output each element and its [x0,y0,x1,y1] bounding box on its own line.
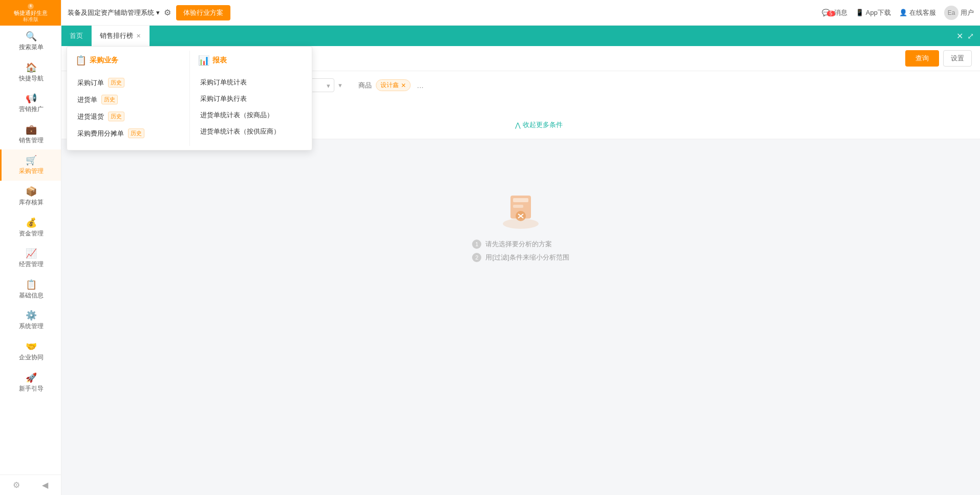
dropdown-item-进货退货[interactable]: 进货退货历史 [75,108,181,125]
topbar: 装备及固定资产辅助管理系统 ▾ ⚙ 体验行业方案 💬 5 消息 📱 App下载 … [61,0,980,26]
goods-label: 商品 [358,81,372,90]
user-avatar: Ea [944,6,958,20]
industry-btn[interactable]: 体验行业方案 [176,5,230,20]
history-tag: 历史 [128,128,144,138]
empty-tip-1: 1 请先选择要分析的方案 [472,240,569,249]
topbar-settings-icon[interactable]: ⚙ [164,8,171,17]
sidebar-item-marketing[interactable]: 📢 营销推广 [0,88,61,119]
user-item[interactable]: Ea 用户 [944,6,974,20]
dropdown-header-report: 📊 报表 [198,55,304,68]
empty-state: 1 请先选择要分析的方案 2 用[过滤]条件来缩小分析范围 [67,144,975,303]
sidebar-icon-purchase: 🛒 [26,155,37,166]
service-icon: 👤 [899,9,907,16]
collapse-sidebar-icon[interactable]: ◀ [42,480,48,490]
message-badge: 5 [827,11,835,16]
sidebar-item-finance[interactable]: 💰 资金管理 [0,212,61,243]
sidebar-icon-search: 🔍 [26,31,37,42]
system-title-text: 装备及固定资产辅助管理系统 [68,8,154,17]
sidebar-item-search[interactable]: 🔍 搜索菜单 [0,26,61,57]
dropdown-col-report: 📊 报表 采购订单统计表采购订单执行表进货单统计表（按商品）进货单统计表（按供应… [189,51,312,146]
online-service-label: 在线客服 [909,8,936,17]
sidebar-label-system: 系统管理 [19,322,44,331]
sidebar-icon-sales: 💼 [26,124,37,135]
content-bg: 1 请先选择要分析的方案 2 用[过滤]条件来缩小分析范围 [61,139,980,495]
goods-tag-remove[interactable]: ✕ [401,82,406,89]
empty-tips: 1 请先选择要分析的方案 2 用[过滤]条件来缩小分析范围 [472,240,569,262]
tab-home-label: 首页 [70,31,83,40]
sidebar-item-purchase[interactable]: 🛒 采购管理 [0,149,61,181]
dropdown-item-进货单[interactable]: 进货单历史 [75,91,181,108]
tab-home[interactable]: 首页 [61,26,92,46]
history-tag: 历史 [108,78,124,88]
dropdown-item-进货单统计表（按商品）[interactable]: 进货单统计表（按商品） [198,107,304,123]
collapse-icon: ⋀ [515,121,521,129]
sidebar-item-inventory[interactable]: 📦 库存核算 [0,181,61,212]
dropdown-col-purchase: 📋 采购业务 采购订单历史进货单历史进货退货历史采购费用分摊单历史 [67,51,189,146]
dropdown-item-label: 进货单统计表（按商品） [200,111,273,120]
tab-sales-rank[interactable]: 销售排行榜 ✕ [92,26,150,46]
message-item[interactable]: 💬 5 消息 [822,8,847,17]
dropdown-item-采购费用分摊单[interactable]: 采购费用分摊单历史 [75,125,181,142]
report-header-label: 报表 [212,56,227,65]
sidebar-item-basic[interactable]: 📋 基础信息 [0,274,61,305]
sidebar-icon-quicknav: 🏠 [26,62,37,73]
tab-close-icon[interactable]: ✕ [136,33,141,39]
user-label: 用户 [961,8,974,17]
maximize-window-icon[interactable]: ⤢ [967,31,974,41]
sidebar-label-finance: 资金管理 [19,230,44,238]
sidebar-label-basic: 基础信息 [19,292,44,300]
history-tag: 历史 [108,112,124,121]
close-window-icon[interactable]: ✕ [956,31,963,41]
dropdown-item-采购订单执行表[interactable]: 采购订单执行表 [198,91,304,107]
sidebar-item-system[interactable]: ⚙️ 系统管理 [0,305,61,336]
tip-text-2: 用[过滤]条件来缩小分析范围 [485,253,569,262]
dropdown-menu: 📋 采购业务 采购订单历史进货单历史进货退货历史采购费用分摊单历史 📊 报表 采… [67,46,312,150]
goods-ellipsis-btn[interactable]: ... [415,81,425,90]
sidebar-item-enterprise[interactable]: 🤝 企业协同 [0,336,61,367]
dropdown-header-purchase: 📋 采购业务 [75,55,181,68]
message-label: 消息 [834,8,847,17]
dropdown-item-label: 进货单 [77,95,97,104]
sidebar-item-quicknav[interactable]: 🏠 快捷导航 [0,57,61,88]
online-service-item[interactable]: 👤 在线客服 [899,8,936,17]
tabbar: 首页 销售排行榜 ✕ ✕ ⤢ [61,26,980,46]
collapse-btn[interactable]: ⋀ 收起更多条件 [509,117,569,133]
dropdown-item-label: 采购订单执行表 [200,94,247,103]
query-btn[interactable]: 查询 [905,50,939,67]
sidebar-item-newbie[interactable]: 🚀 新手引导 [0,367,61,398]
tip-text-1: 请先选择要分析的方案 [485,240,552,249]
sidebar-icon-operation: 📈 [26,248,37,259]
svg-rect-5 [513,205,523,208]
sidebar-label-inventory: 库存核算 [19,199,44,207]
sidebar-icon-basic: 📋 [26,279,37,290]
sidebar-icon-newbie: 🚀 [26,372,37,383]
collapse-label: 收起更多条件 [523,120,563,130]
app-download-item[interactable]: 📱 App下载 [856,8,891,17]
sidebar-label-search: 搜索菜单 [19,44,44,52]
dropdown-item-采购订单统计表[interactable]: 采购订单统计表 [198,74,304,91]
purchase-header-label: 采购业务 [90,56,118,65]
logo-icon: 6 [23,3,38,10]
topbar-title-area: 装备及固定资产辅助管理系统 ▾ ⚙ [68,8,171,17]
system-title-dropdown[interactable]: 装备及固定资产辅助管理系统 ▾ [68,8,160,17]
dropdown-item-进货单统计表（按供应商）[interactable]: 进货单统计表（按供应商） [198,123,304,140]
report-header-icon: 📊 [198,55,209,66]
sidebar-icon-finance: 💰 [26,217,37,228]
tip-num-2: 2 [472,253,481,262]
settings-btn[interactable]: 设置 [943,50,972,67]
dropdown-item-label: 采购费用分摊单 [77,129,124,138]
sidebar-item-sales[interactable]: 💼 销售管理 [0,119,61,150]
dropdown-item-label: 采购订单统计表 [200,78,247,87]
sidebar-label-purchase: 采购管理 [19,167,44,176]
history-tag: 历史 [101,95,118,104]
topbar-right: 💬 5 消息 📱 App下载 👤 在线客服 Ea 用户 [822,6,974,20]
settings-bottom-icon[interactable]: ⚙ [13,480,20,490]
sidebar-item-operation[interactable]: 📈 经营管理 [0,243,61,274]
sidebar-icon-system: ⚙️ [26,310,37,321]
logo-text: 畅捷通好生意 标准版 [14,10,48,23]
dropdown-item-label: 采购订单 [77,78,104,88]
dropdown-item-采购订单[interactable]: 采购订单历史 [75,74,181,91]
sidebar-label-enterprise: 企业协同 [19,354,44,362]
goods-tag: 设计鑫 ✕ [376,79,411,91]
sidebar-label-operation: 经营管理 [19,261,44,269]
